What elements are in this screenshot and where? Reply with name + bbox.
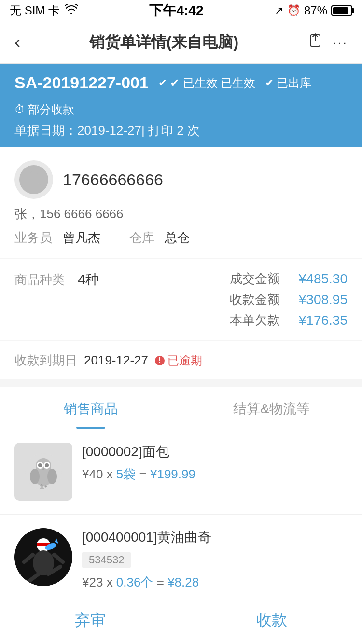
debt-value: ¥176.35 — [290, 313, 348, 328]
amount-value: ¥485.30 — [290, 271, 348, 287]
badge-shipped: ✔ 已出库 — [265, 75, 311, 91]
customer-phone: 17666666666 — [63, 170, 163, 189]
nav-actions: ··· — [307, 33, 348, 52]
sales-name: 曾凡杰 — [63, 230, 100, 245]
svg-text:鱼+: 鱼+ — [40, 484, 47, 489]
stats-category: 商品种类 4种 — [14, 270, 99, 289]
svg-point-2 — [25, 183, 42, 192]
owl-icon: 鱼+ — [14, 443, 72, 501]
carrier-text: 无 SIM 卡 — [10, 3, 60, 18]
bottom-bar: 弃审 收款 — [0, 596, 362, 644]
customer-meta: 业务员 曾凡杰 仓库 总仓 — [14, 229, 348, 246]
stats-section: 商品种类 4种 成交金额 ¥485.30 收款金额 ¥308.95 本单欠款 ¥… — [0, 259, 362, 340]
overdue-badge: ! 已逾期 — [155, 353, 202, 368]
tab-sales-products[interactable]: 销售商品 — [0, 387, 181, 429]
status-time: 下午4:42 — [149, 1, 203, 20]
avatar — [14, 160, 53, 199]
received-label: 收款金额 — [230, 291, 280, 308]
received-value: ¥308.95 — [290, 292, 348, 308]
warehouse-label: 仓库 — [129, 230, 154, 245]
more-icon[interactable]: ··· — [333, 34, 348, 51]
overdue-icon: ! — [155, 356, 165, 365]
customer-name: 张，156 6666 6666 — [14, 206, 348, 223]
svg-point-12 — [47, 469, 57, 484]
product-thumbnail-2 — [14, 528, 72, 586]
collect-payment-button[interactable]: 收款 — [181, 596, 362, 644]
debt-label: 本单欠款 — [230, 312, 280, 329]
order-header: SA-20191227-001 ✔ ✔ 已生效 已生效 ✔ 已出库 ⏱ 部分收款… — [0, 64, 362, 147]
product-qty-2: 0.36个 — [116, 575, 153, 589]
product-thumbnail-1: 鱼+ — [14, 443, 72, 501]
abandon-review-button[interactable]: 弃审 — [0, 596, 181, 644]
sales-label: 业务员 — [14, 230, 52, 245]
tabs-section: 销售商品 结算&物流等 — [0, 387, 362, 429]
battery-percent: 87% — [304, 4, 327, 17]
customer-section: 17666666666 张，156 6666 6666 业务员 曾凡杰 仓库 总… — [0, 147, 362, 258]
due-date: 2019-12-27 — [84, 353, 148, 368]
due-section: 收款到期日 2019-12-27 ! 已逾期 — [0, 341, 362, 379]
stats-amounts: 成交金额 ¥485.30 收款金额 ¥308.95 本单欠款 ¥176.35 — [230, 270, 348, 329]
product-item-2: [000400001]黄油曲奇 534532 ¥23 x 0.36个 = ¥8.… — [0, 515, 362, 605]
nav-bar: ‹ 销货单详情(来自电脑) ··· — [0, 21, 362, 64]
due-label: 收款到期日 — [14, 352, 77, 369]
status-left: 无 SIM 卡 — [10, 3, 78, 18]
order-date-info: 单据日期：2019-12-27| 打印 2 次 — [14, 122, 348, 139]
page-title: 销货单详情(来自电脑) — [89, 32, 238, 53]
svg-point-11 — [30, 469, 40, 484]
products-section: 鱼+ [0000002]面包 ¥40 x 5袋 = ¥199.99 — [0, 429, 362, 605]
order-id: SA-20191227-001 — [14, 73, 149, 92]
tab-settlement[interactable]: 结算&物流等 — [181, 387, 362, 429]
product-price-2: ¥23 x 0.36个 = ¥8.28 — [82, 574, 348, 591]
product-name-1: [0000002]面包 — [82, 443, 348, 461]
svg-point-9 — [45, 463, 49, 467]
product-total-2: ¥8.28 — [167, 575, 199, 589]
badge-effective: ✔ ✔ 已生效 已生效 — [158, 75, 255, 91]
status-right: ↗ ⏰ 87% — [275, 4, 352, 17]
product-info-2: [000400001]黄油曲奇 534532 ¥23 x 0.36个 = ¥8.… — [82, 528, 348, 591]
svg-point-8 — [38, 463, 42, 467]
product-item: 鱼+ [0000002]面包 ¥40 x 5袋 = ¥199.99 — [0, 429, 362, 515]
svg-point-1 — [29, 171, 39, 181]
product-qty-1: 5袋 — [116, 467, 136, 481]
wifi-icon — [65, 4, 78, 17]
product-total-1: ¥199.99 — [150, 467, 195, 481]
product-price-1: ¥40 x 5袋 = ¥199.99 — [82, 466, 348, 483]
amount-label: 成交金额 — [230, 270, 280, 287]
status-bar: 无 SIM 卡 下午4:42 ↗ ⏰ 87% — [0, 0, 362, 21]
alarm-icon: ⏰ — [287, 4, 300, 17]
share-icon[interactable] — [307, 33, 323, 52]
overdue-text: 已逾期 — [167, 353, 202, 368]
back-button[interactable]: ‹ — [14, 32, 20, 53]
product-info-1: [0000002]面包 ¥40 x 5袋 = ¥199.99 — [82, 443, 348, 483]
battery-icon — [331, 5, 352, 16]
location-icon: ↗ — [275, 4, 283, 17]
warehouse-name: 总仓 — [165, 230, 190, 245]
product-tag-2: 534532 — [82, 552, 131, 568]
product-name-2: [000400001]黄油曲奇 — [82, 528, 348, 546]
badge-partial: ⏱ 部分收款 — [14, 102, 74, 117]
